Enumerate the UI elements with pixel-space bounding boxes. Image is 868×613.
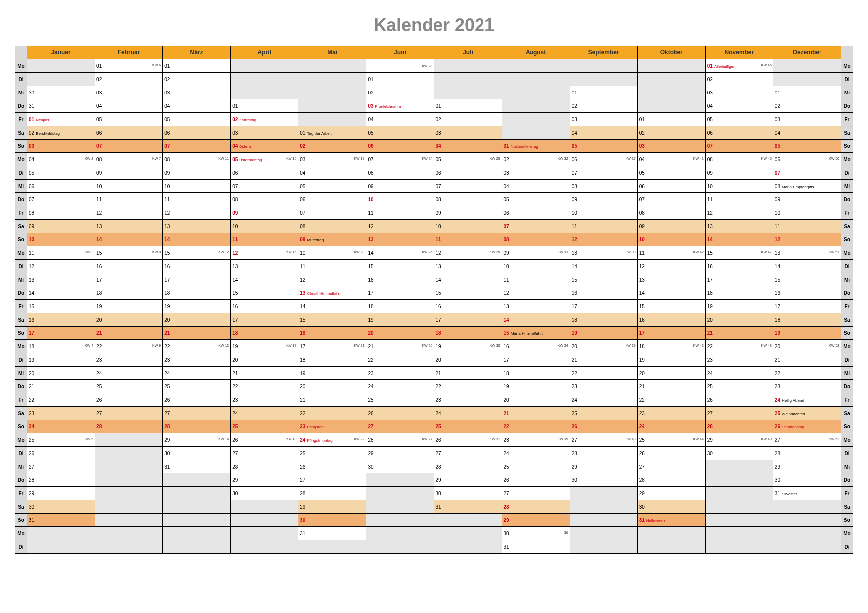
calendar-cell: 14 [95, 233, 163, 246]
calendar-cell [705, 487, 773, 500]
calendar-cell: 25 [434, 420, 502, 433]
calendar-cell: 21 [27, 380, 95, 393]
calendar-cell: 27 [163, 407, 231, 420]
calendar-cell: 02 [637, 126, 705, 140]
calendar-cell: 13 [231, 260, 298, 273]
calendar-cell: 28 [502, 500, 570, 514]
calendar-cell: 11 [570, 220, 637, 233]
calendar-cell [298, 86, 366, 99]
calendar-cell: 20 [27, 367, 95, 380]
calendar-cell: 22 [366, 353, 434, 367]
calendar-cell: 04 [163, 99, 231, 113]
calendar-cell: 02KW 32 [502, 153, 570, 166]
calendar-cell: 15KW 8 [95, 246, 163, 260]
calendar-cell: 11 [502, 273, 570, 286]
calendar-cell [502, 59, 570, 73]
calendar-cell: 13KW 51 [773, 246, 841, 260]
calendar-cell [773, 514, 841, 527]
calendar-cell [163, 487, 231, 500]
calendar-cell [637, 527, 705, 540]
calendar-cell [366, 527, 434, 540]
calendar-cell: 03 [231, 126, 298, 140]
calendar-cell: 18 [231, 327, 298, 340]
calendar-cell: 10 [163, 180, 231, 193]
weekday-label: Fr [15, 393, 27, 407]
calendar-cell: 11 [95, 193, 163, 206]
calendar-cell: 04KW 2 [27, 153, 95, 166]
calendar-cell: 17 [95, 273, 163, 286]
calendar-cell: 16 [95, 260, 163, 273]
calendar-cell: 06KW 37 [570, 153, 637, 166]
calendar-cell: 24Heilig Abend [773, 393, 841, 407]
calendar-cell: 09 [163, 166, 231, 180]
calendar-cell: 25 [502, 460, 570, 473]
calendar-cell: 14 [163, 233, 231, 246]
calendar-cell: 02 [705, 73, 773, 86]
calendar-cell: 09 [570, 193, 637, 206]
calendar-cell: 18 [163, 286, 231, 300]
calendar-cell: 13 [637, 273, 705, 286]
calendar-cell: 08 [231, 193, 298, 206]
month-header-7: August [502, 46, 570, 59]
weekday-label: Di [15, 447, 27, 460]
calendar-cell [95, 500, 163, 514]
calendar-cell: 31Halloween [637, 514, 705, 527]
calendar-cell: 03 [95, 86, 163, 99]
calendar-cell: 09 [366, 180, 434, 193]
calendar-cell: 17 [773, 300, 841, 313]
calendar-cell [231, 540, 298, 554]
month-header-4: Mai [298, 46, 366, 59]
weekday-label: Mi [15, 180, 27, 193]
calendar-cell: 05 [163, 113, 231, 126]
calendar-cell: 02 [773, 99, 841, 113]
calendar-cell [570, 59, 637, 73]
calendar-cell: 24 [95, 367, 163, 380]
calendar-cell: 04 [366, 113, 434, 126]
calendar-cell: 03 [502, 166, 570, 180]
calendar-cell: 23 [705, 353, 773, 367]
weekday-label: Fr [15, 300, 27, 313]
calendar-cell [27, 527, 95, 540]
calendar-cell: 02 [434, 113, 502, 126]
calendar-cell: 19KW 30 [434, 340, 502, 353]
calendar-cell: 02Karfreitag [231, 113, 298, 126]
calendar-cell: 08 [502, 233, 570, 246]
weekday-label: So [15, 140, 27, 153]
calendar-cell: 30 [163, 447, 231, 460]
calendar-cell [434, 59, 502, 73]
calendar-cell: 08 [298, 220, 366, 233]
calendar-cell: 06 [27, 180, 95, 193]
weekday-label: Do [15, 380, 27, 393]
calendar-cell: 16 [163, 260, 231, 273]
calendar-cell: 07 [502, 220, 570, 233]
calendar-cell: 30 [773, 473, 841, 487]
calendar-cell: 04 [298, 166, 366, 180]
calendar-cell: 12 [502, 286, 570, 300]
calendar-cell: 22 [637, 393, 705, 407]
calendar-cell: 12 [637, 260, 705, 273]
calendar-cell: 09 [705, 166, 773, 180]
weekday-label: Do [841, 473, 853, 487]
calendar-cell: 08KW 7 [95, 153, 163, 166]
calendar-cell: 19 [705, 300, 773, 313]
calendar-cell: 12KW 29 [434, 246, 502, 260]
calendar-cell: 08 [570, 180, 637, 193]
calendar-cell: 16 [298, 327, 366, 340]
calendar-cell: 29 [231, 473, 298, 487]
weekday-label: Di [15, 353, 27, 367]
calendar-cell: 23Pfingsten [298, 420, 366, 433]
calendar-cell: 18KW 43 [637, 340, 705, 353]
calendar-cell [570, 527, 637, 540]
calendar-cell: 15 [298, 313, 366, 327]
calendar-cell [637, 540, 705, 554]
weekday-label: So [841, 327, 853, 340]
calendar-cell: 07 [434, 180, 502, 193]
calendar-cell [705, 500, 773, 514]
calendar-cell: 15 [231, 286, 298, 300]
weekday-label: Mi [841, 460, 853, 473]
calendar-cell: 15 [570, 273, 637, 286]
calendar-cell [366, 500, 434, 514]
calendar-cell [366, 514, 434, 527]
calendar-cell: 11 [773, 220, 841, 233]
page-title: Kalender 2021 [15, 15, 853, 36]
